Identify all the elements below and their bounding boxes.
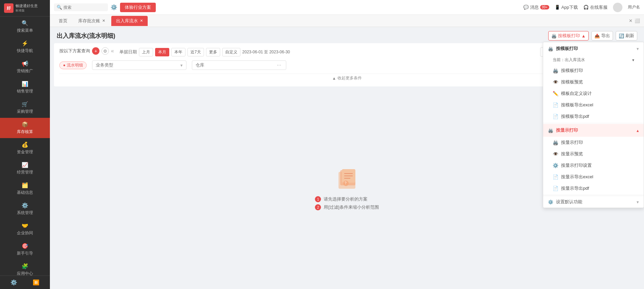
online-service-btn[interactable]: 🎧 在线客服 (583, 4, 608, 10)
sidebar-item-collab-label: 企业协同 (17, 230, 33, 236)
sidebar-item-app-center[interactable]: 🧩应用中心 (0, 260, 50, 275)
sidebar-item-base-label: 基础信息 (17, 190, 33, 195)
sidebar-item-marketing[interactable]: 📢营销推广 (0, 57, 50, 77)
date-btn-prev-month[interactable]: 上月 (139, 48, 153, 56)
set-default-chevron: ▾ (637, 200, 639, 205)
display-export-pdf-icon: 📄 (553, 186, 558, 191)
tab-batch-account[interactable]: 库存批次账 ✕ (74, 16, 110, 26)
search-controls: 按以下方案查询 + ⚙ « (59, 47, 114, 55)
tab-flow-close[interactable]: ✕ (140, 19, 143, 23)
date-label: 单据日期 (119, 49, 137, 55)
sidebar-item-operations-label: 经营管理 (17, 169, 33, 175)
warehouse-input[interactable]: 仓库 ··· (192, 60, 286, 70)
sidebar-item-guide-icon: 🎯 (22, 243, 28, 249)
message-btn[interactable]: 💬 消息 99+ (523, 4, 549, 10)
collapse-sidebar-icon[interactable]: ⏸️ (33, 279, 39, 286)
search-input[interactable] (63, 5, 104, 10)
app-version: 标准版 (16, 8, 38, 13)
sidebar-item-inventory-icon: 📦 (22, 121, 28, 128)
sidebar-item-operations-icon: 📈 (22, 162, 28, 168)
sidebar-item-app-center-label: 应用中心 (17, 271, 33, 275)
sidebar-item-search[interactable]: 🔍搜索菜单 (0, 17, 50, 37)
sidebar-item-collab[interactable]: 🤝企业协同 (0, 219, 50, 239)
template-custom-item[interactable]: ✏️ 模板自定义设计 (543, 88, 644, 99)
tab-batch-account-close[interactable]: ✕ (102, 19, 105, 23)
tab-maximize-icon[interactable]: ⬜ (635, 18, 640, 23)
set-default-footer[interactable]: ⚙️ 设置默认功能 ▾ (543, 196, 644, 208)
sidebar-item-guide[interactable]: 🎯新手引导 (0, 239, 50, 260)
date-btn-current-month[interactable]: 本月 (155, 48, 169, 56)
hint-num-2: 2 (315, 204, 321, 210)
template-export-excel-item[interactable]: 📄 按模板导出excel (543, 99, 644, 111)
display-preview-item[interactable]: 👁️ 按显示预览 (543, 148, 644, 160)
tab-home[interactable]: 首页 (54, 16, 72, 26)
template-export-pdf-item[interactable]: 📄 按模板导出pdf (543, 111, 644, 122)
date-btn-more[interactable]: 更多 (206, 48, 220, 56)
display-export-pdf-item[interactable]: 📄 按显示导出pdf (543, 183, 644, 194)
sidebar-item-collab-icon: 🤝 (22, 222, 28, 229)
sidebar: 好 畅捷通好生意 标准版 🔍搜索菜单⚡快捷导航📢营销推广📊销售管理🛒采购管理📦库… (0, 0, 50, 289)
date-btn-year[interactable]: 本年 (171, 48, 185, 56)
app-name: 畅捷通好生意 (16, 3, 38, 8)
sidebar-item-base[interactable]: 🗂️基础信息 (0, 179, 50, 199)
avatar[interactable] (613, 3, 622, 12)
sidebar-item-sales-icon: 📊 (22, 81, 28, 87)
search-icon: 🔍 (57, 5, 62, 10)
sidebar-item-quick-nav[interactable]: ⚡快捷导航 (0, 37, 50, 57)
warehouse-more-btn[interactable]: ··· (275, 62, 283, 68)
display-print-settings-label: 按显示打印设置 (561, 162, 592, 168)
app-download-icon: 📱 (555, 5, 560, 10)
hint-item-1: 1 请先选择要分析的方案 (315, 196, 379, 202)
export-btn[interactable]: 📤 导出 (591, 31, 613, 41)
top-bar: 🔍 ⚙️ 体验行业方案 💬 消息 99+ 📱 App下载 🎧 在线客服 (50, 0, 644, 15)
refresh-btn[interactable]: 🔄 刷新 (616, 31, 637, 41)
hint-text-2: 用[过滤]条件来缩小分析范围 (324, 204, 379, 210)
template-custom-icon: ✏️ (553, 91, 558, 96)
template-print-chevron-icon: ▾ (637, 46, 639, 51)
template-print-item[interactable]: 🖨️ 按模板打印 (543, 65, 644, 76)
message-badge: 99+ (540, 5, 549, 9)
app-download-btn[interactable]: 📱 App下载 (555, 4, 578, 10)
gear-icon[interactable]: ⚙️ (111, 4, 117, 10)
display-print-item[interactable]: 🖨️ 按显示打印 (543, 137, 644, 148)
template-preview-label: 按模板预览 (561, 79, 583, 85)
content-area: 出入库流水(流水明细) 🖨️ 按模板打印 ▲ 📤 导出 🔄 刷新 (50, 27, 644, 289)
filter-setting-btn[interactable]: ⚙ (101, 47, 109, 55)
business-type-input[interactable]: 业务类型 ▾ (92, 60, 186, 70)
template-print-item-icon: 🖨️ (553, 68, 558, 73)
tab-flow[interactable]: 出入库流水 ✕ (111, 16, 148, 26)
sidebar-item-operations[interactable]: 📈经营管理 (0, 158, 50, 179)
display-export-excel-label: 按显示导出excel (561, 174, 593, 180)
template-export-pdf-icon: 📄 (553, 114, 558, 119)
display-print-section-header[interactable]: 🖨️ 按显示打印 ▴ (543, 124, 644, 137)
display-print-header-label: 按显示打印 (556, 127, 578, 133)
headset-icon: 🎧 (583, 5, 589, 10)
sidebar-item-system[interactable]: ⚙️系统管理 (0, 199, 50, 219)
settings-bottom-icon[interactable]: ⚙️ (10, 279, 17, 286)
sidebar-item-inventory[interactable]: 📦库存核算 (0, 118, 50, 138)
sidebar-item-purchase[interactable]: 🛒采购管理 (0, 98, 50, 118)
sidebar-item-finance[interactable]: 💰资金管理 (0, 138, 50, 158)
template-export-pdf-label: 按模板导出pdf (561, 113, 589, 120)
template-print-section-header[interactable]: 🖨️ 按模板打印 ▾ (543, 42, 644, 55)
search-box[interactable]: 🔍 (54, 3, 108, 11)
top-bar-right: 💬 消息 99+ 📱 App下载 🎧 在线客服 用户名 (523, 3, 640, 12)
date-btn-7days[interactable]: 近7天 (187, 48, 204, 56)
display-export-excel-item[interactable]: 📄 按显示导出excel (543, 171, 644, 183)
filter-section-label: 按以下方案查询 (59, 48, 90, 54)
template-preview-icon: 👁️ (553, 79, 558, 85)
template-preview-item[interactable]: 👁️ 按模板预览 (543, 76, 644, 88)
collapse-left-icon[interactable]: « (111, 48, 114, 54)
print-btn[interactable]: 🖨️ 按模板打印 ▲ (548, 31, 589, 41)
date-btn-custom[interactable]: 自定义 (222, 48, 240, 56)
main-area: 🔍 ⚙️ 体验行业方案 💬 消息 99+ 📱 App下载 🎧 在线客服 (50, 0, 644, 289)
sidebar-item-purchase-label: 采购管理 (17, 109, 33, 114)
hint-item-2: 2 用[过滤]条件来缩小分析范围 (315, 204, 379, 210)
sidebar-item-sales[interactable]: 📊销售管理 (0, 77, 50, 98)
sidebar-item-finance-icon: 💰 (22, 141, 28, 148)
tab-expand-icon[interactable]: ✕ (629, 18, 633, 23)
display-print-settings-item[interactable]: ⚙️ 按显示打印设置 (543, 160, 644, 171)
industry-btn[interactable]: 体验行业方案 (120, 3, 156, 12)
add-filter-btn[interactable]: + (92, 47, 99, 55)
display-preview-label: 按显示预览 (561, 151, 583, 157)
